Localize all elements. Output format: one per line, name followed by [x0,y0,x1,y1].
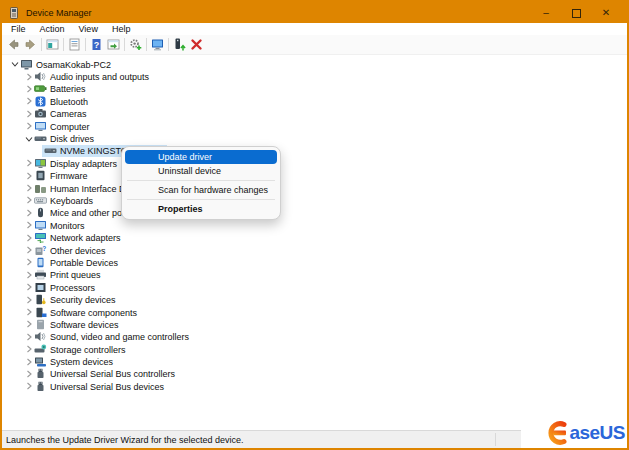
back-arrow-icon[interactable] [5,37,22,53]
tree-row[interactable]: Storage controllers [2,343,627,355]
chevron-right-icon[interactable] [23,332,34,342]
tree-row[interactable]: ?Other devices [2,244,627,256]
maximize-icon[interactable] [561,2,591,23]
menu-view[interactable]: View [72,24,105,34]
context-menu-item-uninstall-device[interactable]: Uninstall device [125,164,277,178]
chevron-right-icon[interactable] [23,233,34,243]
chevron-right-icon[interactable] [23,220,34,230]
close-icon[interactable]: ✕ [591,2,621,23]
menu-help[interactable]: Help [105,24,138,34]
chevron-right-icon[interactable] [23,319,34,329]
tree-item-label: OsamaKokab-PC2 [36,59,111,70]
chevron-right-icon[interactable] [23,84,34,94]
tree-item-label: Universal Serial Bus controllers [50,368,175,379]
console-tree-icon[interactable] [44,37,61,53]
tree-item-label: System devices [50,356,113,367]
tree-row[interactable]: Portable Devices [2,256,627,268]
update-driver-monitor-icon[interactable] [149,37,166,53]
chevron-right-icon[interactable] [23,307,34,317]
tree-row[interactable]: Software components [2,306,627,318]
speaker-icon [34,331,47,342]
tree-row[interactable]: Batteries [2,83,627,95]
device-tree: OsamaKokab-PC2Audio inputs and outputsBa… [2,55,627,430]
context-menu-item-update-driver[interactable]: Update driver [125,150,277,164]
chevron-down-icon[interactable] [9,59,20,69]
network-icon [34,232,47,243]
tree-row[interactable]: Computer [2,120,627,132]
tree-row[interactable]: Mice and other pointing devices [2,207,627,219]
context-menu-separator [127,199,275,200]
usb-icon [34,368,47,379]
chevron-right-icon[interactable] [23,195,34,205]
easeus-watermark: aseUS [521,418,627,448]
context-menu-item-properties[interactable]: Properties [125,202,277,216]
chevron-right-icon[interactable] [23,369,34,379]
enable-device-icon[interactable] [171,37,188,53]
software-device-icon [34,319,47,330]
chevron-right-icon[interactable] [23,121,34,131]
system-icon [34,356,47,367]
unknown-device-icon: ? [34,245,47,256]
tree-row[interactable]: Universal Serial Bus controllers [2,368,627,380]
tree-row[interactable]: Print queues [2,269,627,281]
tree-row[interactable]: Sound, video and game controllers [2,331,627,343]
chevron-right-icon[interactable] [23,158,34,168]
tree-row[interactable]: Cameras [2,108,627,120]
chevron-right-icon[interactable] [23,183,34,193]
chevron-right-icon[interactable] [23,96,34,106]
menu-file[interactable]: File [4,24,33,34]
keyboard-icon [34,195,47,206]
tree-row[interactable]: Audio inputs and outputs [2,70,627,82]
chevron-right-icon[interactable] [23,257,34,267]
chevron-right-icon[interactable] [23,208,34,218]
tree-row[interactable]: Processors [2,281,627,293]
properties-list-icon[interactable] [66,37,83,53]
tree-row[interactable]: Human Interface Devices [2,182,627,194]
chevron-down-icon[interactable] [23,134,34,144]
tree-row[interactable]: Monitors [2,219,627,231]
tree-item-label: Other devices [50,245,106,256]
menu-action[interactable]: Action [33,24,72,34]
tree-item-label: Bluetooth [50,96,88,107]
usb-icon [34,381,47,392]
tree-row[interactable]: Security devices [2,293,627,305]
uninstall-x-icon[interactable] [188,37,205,53]
chevron-right-icon[interactable] [23,72,34,82]
chevron-right-icon[interactable] [23,245,34,255]
chevron-right-icon[interactable] [23,171,34,181]
chevron-right-icon[interactable] [23,109,34,119]
context-menu-item-scan-for-hardware-changes[interactable]: Scan for hardware changes [125,183,277,197]
tree-row[interactable]: Universal Serial Bus devices [2,380,627,392]
toolbar-separator [146,38,147,51]
chevron-right-icon[interactable] [23,282,34,292]
status-bar-divider [495,433,496,446]
tree-row[interactable]: Firmware [2,170,627,182]
tree-row[interactable]: System devices [2,355,627,367]
title-bar: Device Manager – ✕ [2,2,627,23]
action-pane-icon[interactable] [105,37,122,53]
tree-item-label: Computer [50,121,90,132]
tree-row[interactable]: Disk drives [2,132,627,144]
chevron-right-icon[interactable] [23,381,34,391]
menu-bar: FileActionViewHelp [2,23,627,35]
tree-row[interactable]: OsamaKokab-PC2 [2,58,627,70]
tree-row[interactable]: Keyboards [2,194,627,206]
tree-row[interactable]: Software devices [2,318,627,330]
monitor-icon [34,121,47,132]
tree-row[interactable]: Bluetooth [2,95,627,107]
chevron-right-icon[interactable] [23,270,34,280]
minimize-icon[interactable]: – [531,2,561,23]
help-icon[interactable]: ? [88,37,105,53]
tree-row[interactable]: NVMe KINGSTON [2,145,627,157]
chevron-right-icon[interactable] [23,344,34,354]
tree-item-label: Software components [50,307,137,318]
tree-row[interactable]: Network adapters [2,231,627,243]
chevron-right-icon[interactable] [23,295,34,305]
scan-hardware-icon[interactable] [127,37,144,53]
disk-icon [44,145,57,156]
chevron-right-icon[interactable] [23,357,34,367]
context-menu-separator [127,180,275,181]
forward-arrow-icon[interactable] [22,37,39,53]
tree-item-label: Security devices [50,294,116,305]
tree-row[interactable]: Display adapters [2,157,627,169]
